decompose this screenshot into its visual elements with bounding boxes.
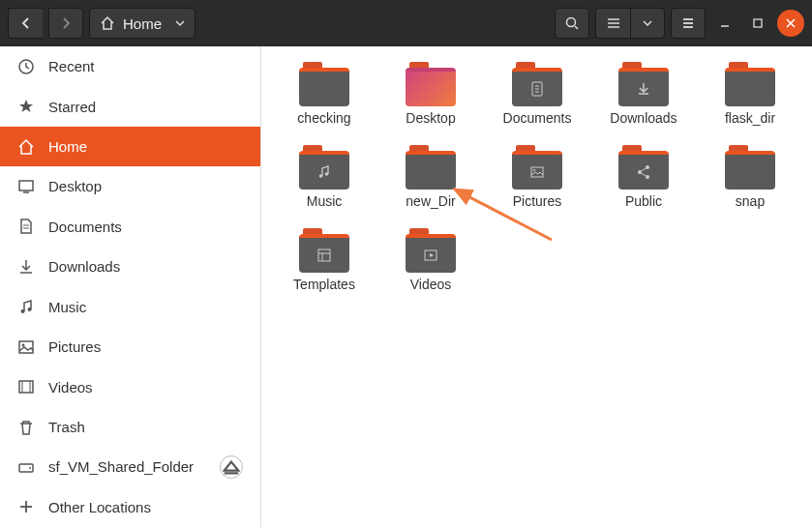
sidebar-item-videos[interactable]: Videos	[0, 366, 260, 406]
folder-label: Desktop	[406, 110, 455, 126]
folder-item[interactable]: Templates	[271, 228, 377, 292]
folder-label: new_Dir	[406, 193, 455, 209]
close-button[interactable]	[777, 10, 804, 37]
sidebar-item-downloads[interactable]: Downloads	[0, 247, 260, 286]
folder-icon	[299, 228, 349, 273]
svg-rect-13	[19, 181, 33, 190]
download-glyph-icon	[634, 79, 653, 99]
view-options-button[interactable]	[630, 8, 665, 39]
folder-icon	[406, 228, 456, 273]
svg-rect-21	[19, 381, 33, 393]
music-glyph-icon	[315, 162, 334, 182]
svg-point-32	[319, 174, 323, 178]
search-button[interactable]	[555, 8, 589, 39]
folder-item[interactable]: snap	[697, 145, 803, 209]
sidebar-item-starred[interactable]: Starred	[0, 86, 260, 126]
minimize-button[interactable]	[711, 10, 738, 37]
sidebar-item-label: Other Locations	[48, 499, 151, 515]
nav-forward-button[interactable]	[48, 8, 83, 39]
folder-item[interactable]: Public	[590, 145, 697, 209]
path-bar[interactable]: Home	[89, 8, 195, 39]
sidebar-item-label: Recent	[48, 58, 95, 74]
view-list-button[interactable]	[595, 8, 630, 39]
folder-item[interactable]: new_Dir	[377, 145, 484, 209]
svg-rect-9	[754, 19, 762, 27]
folder-icon	[299, 145, 349, 190]
folder-icon	[618, 145, 669, 190]
svg-line-1	[575, 26, 578, 29]
folder-label: snap	[736, 193, 765, 209]
svg-point-35	[533, 169, 535, 171]
folder-item[interactable]: flask_dir	[697, 62, 803, 126]
star-icon	[17, 98, 35, 115]
home-icon	[100, 15, 115, 31]
sidebar-item-documents[interactable]: Documents	[0, 207, 260, 247]
sidebar-item-recent[interactable]: Recent	[0, 46, 260, 86]
folder-icon	[406, 62, 456, 106]
folder-item[interactable]: Documents	[484, 62, 590, 126]
sidebar-item-label: Home	[48, 138, 87, 155]
folder-item[interactable]: Videos	[377, 228, 484, 292]
folder-item[interactable]: Desktop	[377, 62, 484, 126]
eject-button[interactable]	[220, 455, 243, 479]
folder-label: Templates	[293, 277, 355, 292]
folder-label: Documents	[503, 110, 572, 126]
folder-icon	[512, 145, 562, 190]
folder-icon	[725, 62, 775, 106]
chevron-down-icon	[643, 18, 652, 28]
header-bar: Home	[0, 0, 812, 46]
folder-label: Videos	[410, 277, 452, 292]
sidebar-item-sfvm[interactable]: sf_VM_Shared_Folder	[0, 447, 260, 486]
sidebar-item-label: Music	[48, 299, 86, 315]
folder-label: Public	[625, 193, 662, 209]
folder-item[interactable]: Downloads	[590, 62, 697, 126]
folder-icon	[512, 62, 562, 106]
pictures-icon	[17, 338, 35, 356]
folder-item[interactable]: Music	[271, 145, 377, 209]
trash-icon	[17, 419, 35, 436]
sidebar-item-label: Videos	[48, 379, 93, 395]
folder-grid: checkingDesktopDocumentsDownloadsflask_d…	[271, 62, 802, 292]
hamburger-icon	[681, 16, 695, 30]
nav-back-button[interactable]	[8, 8, 43, 39]
folder-label: Downloads	[610, 110, 677, 126]
downloads-icon	[17, 258, 35, 276]
folder-label: Music	[307, 193, 343, 209]
doc-glyph-icon	[527, 79, 547, 99]
sidebar-item-desktop[interactable]: Desktop	[0, 166, 260, 206]
chevron-down-icon	[175, 18, 185, 28]
sidebar-item-pictures[interactable]: Pictures	[0, 327, 260, 366]
svg-point-0	[567, 18, 576, 27]
folder-icon	[299, 62, 349, 106]
svg-point-20	[22, 343, 25, 346]
drive-icon	[17, 458, 35, 476]
svg-line-40	[642, 173, 647, 176]
svg-point-18	[28, 307, 32, 311]
content-area[interactable]: checkingDesktopDocumentsDownloadsflask_d…	[261, 46, 812, 527]
share-glyph-icon	[634, 162, 653, 182]
svg-rect-41	[318, 249, 330, 261]
sidebar-item-label: sf_VM_Shared_Folder	[48, 458, 194, 475]
path-label: Home	[123, 15, 162, 32]
svg-rect-19	[19, 341, 33, 353]
desktop-icon	[17, 178, 35, 195]
sidebar-item-home[interactable]: Home	[0, 127, 260, 166]
svg-point-33	[325, 172, 329, 176]
folder-label: checking	[297, 110, 350, 126]
svg-line-39	[642, 168, 647, 171]
sidebar-item-trash[interactable]: Trash	[0, 407, 260, 447]
menu-button[interactable]	[671, 8, 706, 39]
folder-item[interactable]: Pictures	[484, 145, 590, 209]
clock-icon	[17, 58, 35, 75]
list-icon	[607, 16, 620, 30]
svg-rect-34	[531, 167, 543, 177]
sidebar-item-other[interactable]: Other Locations	[0, 487, 260, 527]
sidebar-item-music[interactable]: Music	[0, 287, 260, 327]
folder-icon	[618, 62, 669, 106]
sidebar-item-label: Desktop	[48, 178, 102, 194]
sidebar-item-label: Pictures	[48, 338, 101, 355]
maximize-button[interactable]	[744, 10, 771, 37]
videos-icon	[17, 378, 35, 395]
home-icon	[17, 138, 35, 156]
folder-item[interactable]: checking	[271, 62, 377, 126]
